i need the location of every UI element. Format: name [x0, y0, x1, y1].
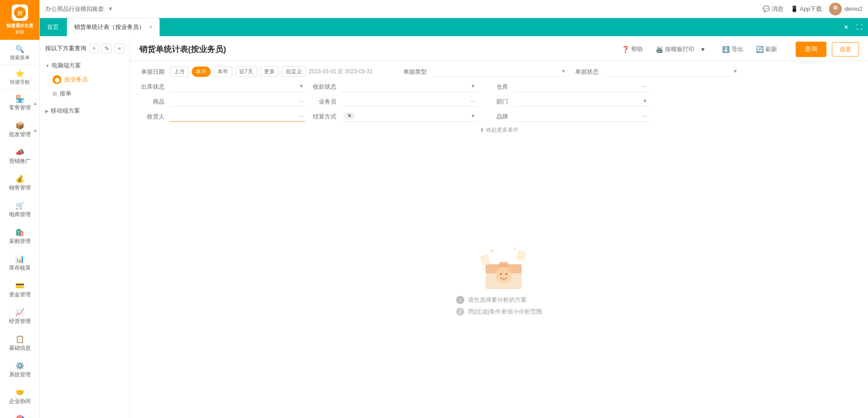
quicknav-label: 快捷导航	[10, 79, 30, 86]
recipient-dots-btn[interactable]: ···	[298, 112, 304, 119]
edit-scheme-btn[interactable]: ✎	[102, 43, 112, 53]
date-btn-this-year[interactable]: 本年	[213, 66, 232, 77]
dept-select-wrapper[interactable]: ▼	[514, 97, 649, 107]
basics-label: 基础信息	[9, 344, 31, 352]
tab-bar: 首页 销货单统计表（按业务员） × ✕ ⛶	[40, 18, 868, 36]
empty-state: 1 请先选择要分析的方案 2 用[过滤]条件来缩小分析范围	[130, 143, 868, 418]
svg-point-10	[505, 273, 508, 276]
out-status-select-wrapper[interactable]: ▼	[170, 82, 306, 92]
collapse-conditions-btn[interactable]: ⬆ 收起更多条件	[139, 126, 859, 134]
marketing-label: 营销推广	[9, 157, 31, 165]
pay-status-select[interactable]	[344, 83, 471, 90]
pay-status-select-wrapper[interactable]: ▼	[342, 82, 477, 92]
date-btn-more[interactable]: 更多	[260, 66, 279, 77]
brand-dots-btn[interactable]: ···	[642, 112, 647, 119]
user-area[interactable]: demo2	[829, 3, 863, 15]
window-maximize-btn[interactable]: ⛶	[854, 22, 864, 33]
settlement-select-wrapper[interactable]: ✕ ▼	[342, 111, 477, 122]
scheme-item-salesperson[interactable]: ⬤ 按业务员	[52, 72, 130, 87]
order-status-select[interactable]	[606, 68, 733, 75]
sidebar-item-retail[interactable]: 🏪 零售管理 ▲	[0, 90, 39, 116]
empty-steps-list: 1 请先选择要分析的方案 2 用[过滤]条件来缩小分析范围	[456, 296, 542, 319]
workspace-dropdown-icon[interactable]: ▼	[108, 5, 113, 12]
help-btn[interactable]: ❓ 帮助	[618, 43, 646, 55]
window-close-btn[interactable]: ✕	[842, 22, 851, 33]
order-type-select-wrapper[interactable]: ▼	[432, 67, 568, 77]
sidebar-item-ecommerce[interactable]: 🛒 电商管理	[0, 196, 39, 223]
date-btn-7days[interactable]: 近7天	[235, 66, 257, 77]
refresh-label: 刷新	[765, 45, 777, 53]
svg-point-13	[491, 249, 494, 252]
download-action[interactable]: 📱 App下载	[791, 5, 822, 13]
sidebar-item-operations[interactable]: 📈 经营管理	[0, 303, 39, 330]
export-btn[interactable]: ⬇️ 导出	[718, 43, 747, 55]
order-type-select[interactable]	[434, 68, 561, 75]
logo-area[interactable]: 好 畅捷通好生意 标版	[0, 0, 39, 40]
goods-label: 商品	[139, 98, 165, 106]
desktop-scheme-header[interactable]: ▼ 电脑端方案	[40, 59, 130, 72]
salesperson-dots-btn[interactable]: ···	[470, 97, 476, 104]
close-tab-btn[interactable]: ×	[149, 24, 152, 30]
message-action[interactable]: 💬 消息	[763, 5, 783, 13]
warehouse-dots-btn[interactable]: ···	[642, 82, 647, 90]
sidebar-search-area[interactable]: 🔍 搜索菜单	[0, 40, 39, 65]
pay-status-chevron: ▼	[471, 83, 476, 89]
dept-select[interactable]	[515, 98, 642, 104]
scheme-item-order[interactable]: ⊞ 按单	[52, 87, 130, 100]
date-btn-last-month[interactable]: 上月	[170, 66, 189, 77]
tab-active[interactable]: 销货单统计表（按业务员） ×	[67, 18, 160, 36]
date-btn-this-month[interactable]: 本月	[192, 66, 211, 77]
order-status-select-wrapper[interactable]: ▼	[604, 67, 740, 77]
goods-input-wrapper[interactable]: ···	[170, 96, 306, 107]
settlement-chevron: ▼	[471, 113, 476, 119]
out-status-select[interactable]	[172, 83, 299, 90]
operations-label: 经营管理	[9, 318, 31, 325]
goods-input[interactable]	[172, 98, 297, 104]
mobile-scheme-header[interactable]: ▶ 移动端方案	[40, 104, 130, 118]
add-scheme-btn[interactable]: +	[89, 43, 99, 53]
salesperson-label: 业务员	[311, 98, 336, 106]
collapse-up-icon: ⬆	[480, 127, 484, 133]
date-btn-custom[interactable]: 自定义	[282, 66, 306, 77]
sidebar-item-purchase[interactable]: 🛍️ 采购管理	[0, 223, 39, 250]
sidebar-item-system[interactable]: ⚙️ 系统管理	[0, 356, 39, 383]
export-label: 导出	[731, 45, 743, 53]
warehouse-input[interactable]	[515, 83, 640, 90]
tab-home[interactable]: 首页	[40, 18, 66, 36]
salesperson-input[interactable]	[344, 98, 468, 104]
collapse-label: 收起更多条件	[486, 126, 519, 134]
quick-nav-area[interactable]: ⭐ 快捷导航	[0, 65, 39, 90]
settings-btn[interactable]: 设置	[832, 42, 859, 57]
sidebar-item-basics[interactable]: 📋 基础信息	[0, 330, 39, 356]
sidebar-item-finance[interactable]: 💳 资金管理	[0, 276, 39, 303]
goods-dots-btn[interactable]: ···	[298, 97, 304, 104]
collapse-scheme-btn[interactable]: «	[114, 43, 124, 53]
warehouse-input-wrapper[interactable]: ···	[514, 81, 649, 92]
download-label: App下载	[800, 5, 822, 13]
system-icon: ⚙️	[15, 361, 24, 370]
sidebar-item-wholesale[interactable]: 📦 批发管理 ▲	[0, 116, 39, 143]
brand-input[interactable]	[515, 113, 640, 119]
settlement-clear-badge[interactable]: ✕	[344, 112, 355, 119]
filter-row-3: 商品 ··· 业务员 ··· 部门 ▼	[139, 96, 859, 107]
sidebar-item-marketing[interactable]: 📣 营销推广	[0, 143, 39, 170]
svg-rect-7	[499, 262, 508, 266]
mobile-scheme-group: ▶ 移动端方案	[40, 102, 130, 119]
brand-input-wrapper[interactable]: ···	[514, 111, 649, 122]
print-btn[interactable]: 🖨️ 按模板打印 ▼	[652, 43, 713, 57]
finance-label: 资金管理	[9, 291, 31, 299]
expand-icon: ▼	[45, 63, 50, 68]
query-btn[interactable]: 查询	[796, 42, 826, 57]
topbar-actions: 💬 消息 📱 App下载 demo2	[763, 3, 863, 15]
sidebar-item-sales[interactable]: 💰 销售管理	[0, 170, 39, 196]
sidebar-item-inventory[interactable]: 📊 库存核算	[0, 250, 39, 276]
sidebar-item-newbie[interactable]: 🎯 新手引导	[0, 410, 39, 418]
salesperson-input-wrapper[interactable]: ···	[342, 96, 477, 107]
recipient-input[interactable]	[172, 113, 297, 119]
print-dropdown-icon[interactable]: ▼	[696, 44, 709, 55]
refresh-btn[interactable]: 🔄 刷新	[752, 43, 781, 55]
workspace-label: 办公用品行业模拟账套	[45, 5, 104, 13]
recipient-input-wrapper[interactable]: ···	[170, 111, 306, 122]
scheme-panel-title: 按以下方案查询	[45, 44, 86, 52]
sidebar-item-enterprise[interactable]: 🤝 企业协同	[0, 383, 39, 410]
